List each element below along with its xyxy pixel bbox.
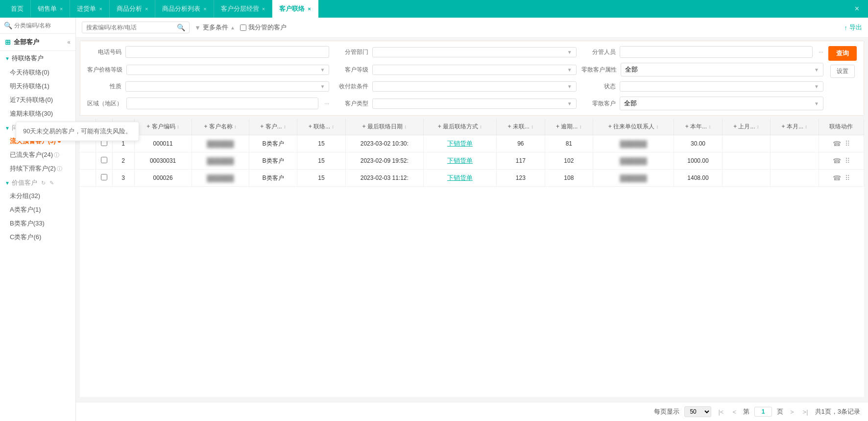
- customer-type-dropdown-icon: ▼: [567, 101, 572, 106]
- cell-type-2: B类客户: [249, 170, 297, 187]
- tab-customer-tier[interactable]: 客户分层经营 ×: [214, 0, 272, 18]
- row-checkbox-1[interactable]: [101, 157, 107, 163]
- tab-analysis-list-close[interactable]: ×: [203, 6, 206, 12]
- th-unlink[interactable]: + 未联... ↕: [497, 119, 545, 135]
- manager-more-icon[interactable]: ···: [819, 49, 823, 55]
- filter-input-phone[interactable]: [125, 46, 329, 58]
- cell-this-year-0: 30.00: [674, 135, 722, 152]
- filter-select-scatter-attr[interactable]: 全部 ▼: [621, 63, 823, 76]
- action-contact-icon-1[interactable]: ☎: [833, 157, 841, 165]
- query-button[interactable]: 查询: [828, 46, 857, 61]
- my-customers-checkbox-wrap[interactable]: 我分管的客户: [240, 23, 287, 32]
- prev-page-button[interactable]: <: [730, 407, 738, 417]
- th-last-month[interactable]: + 上月... ↕: [722, 119, 770, 135]
- tab-analysis[interactable]: 商品分析 ×: [110, 0, 155, 18]
- table-row: 1 000011 ██████ B类客户 15 2023-03-02 10:30…: [80, 135, 864, 152]
- action-contact-icon-2[interactable]: ☎: [833, 174, 841, 182]
- filter-select-scatter[interactable]: 全部 ▼: [620, 97, 823, 110]
- tab-analysis-list[interactable]: 商品分析列表 ×: [155, 0, 214, 18]
- th-overdue[interactable]: + 逾期... ↕: [545, 119, 593, 135]
- sidebar-item-churned[interactable]: 已流失客户(24) ⓘ: [0, 148, 75, 162]
- cell-last-method-1[interactable]: 下销货单: [423, 152, 496, 170]
- filter-row-4: 区域（地区） ··· 客户类型 ▼ 零散客户: [87, 97, 823, 110]
- action-contact-icon-0[interactable]: ☎: [833, 140, 841, 148]
- action-more-icon-1[interactable]: ⠿: [845, 157, 850, 165]
- last-page-button[interactable]: >|: [801, 407, 810, 417]
- last-method-link-0[interactable]: 下销货单: [447, 140, 473, 147]
- sidebar-item-class-c[interactable]: C类客户(6): [0, 230, 75, 244]
- filter-select-nature[interactable]: ▼: [125, 81, 329, 92]
- sidebar-section-value[interactable]: ▼ 价值客户 ↻ ✎: [0, 175, 75, 189]
- per-page-select[interactable]: 50 100 200: [684, 406, 711, 417]
- th-last-method[interactable]: + 最后联络方式 ↕: [423, 119, 496, 135]
- region-more-icon[interactable]: ···: [324, 100, 329, 107]
- table-row: 3 000026 ██████ B类客户 15 2023-02-03 11:12…: [80, 170, 864, 187]
- tab-customer-contact[interactable]: 客户联络 ×: [272, 0, 318, 18]
- sidebar-item-class-b[interactable]: B类客户(33): [0, 217, 75, 230]
- sidebar-item-tomorrow[interactable]: 明天待联络(1): [0, 79, 75, 93]
- tab-purchase-close[interactable]: ×: [99, 6, 102, 12]
- cell-last-method-0[interactable]: 下销货单: [423, 135, 496, 152]
- action-more-icon-2[interactable]: ⠿: [845, 174, 850, 182]
- tab-sales-close[interactable]: ×: [60, 6, 63, 12]
- tab-customer-tier-close[interactable]: ×: [262, 6, 265, 12]
- current-page-input[interactable]: [754, 407, 772, 417]
- sidebar-item-class-b-label: B类客户(33): [10, 219, 45, 228]
- cell-checkbox-2[interactable]: [96, 170, 112, 187]
- my-customers-checkbox[interactable]: [240, 25, 246, 31]
- more-filter-button[interactable]: ▼ 更多条件 ▲: [194, 23, 235, 32]
- export-button[interactable]: ↑ 导出: [844, 23, 863, 32]
- filter-select-payment[interactable]: ▼: [372, 81, 576, 92]
- filter-select-price-grade[interactable]: ▼: [126, 65, 329, 75]
- next-page-button[interactable]: >: [788, 407, 796, 417]
- th-this-year[interactable]: + 本年... ↕: [674, 119, 722, 135]
- tab-purchase[interactable]: 进货单 ×: [70, 0, 109, 18]
- th-contact-person[interactable]: + 往来单位联系人 ↕: [593, 119, 674, 135]
- th-contact[interactable]: + 联络... ↕: [297, 119, 345, 135]
- cell-last-date-1: 2023-02-09 19:52:: [345, 152, 423, 170]
- tab-analysis-close[interactable]: ×: [145, 6, 148, 12]
- row-checkbox-2[interactable]: [101, 174, 107, 180]
- tab-sales[interactable]: 销售单 ×: [31, 0, 70, 18]
- search-input[interactable]: [86, 24, 175, 31]
- th-last-date[interactable]: + 最后联络日期 ↕: [345, 119, 423, 135]
- filter-select-grade[interactable]: ▼: [372, 65, 576, 75]
- filter-select-customer-type[interactable]: ▼: [372, 99, 576, 109]
- value-refresh-icon[interactable]: ↻: [41, 180, 46, 186]
- cell-action-0: ☎ ⠿: [819, 135, 864, 152]
- last-method-link-1[interactable]: 下销货单: [447, 157, 473, 164]
- cell-checkbox-1[interactable]: [96, 152, 112, 170]
- close-all-tabs-button[interactable]: ×: [850, 4, 864, 13]
- setting-button[interactable]: 设置: [830, 65, 855, 78]
- cell-last-method-2[interactable]: 下销货单: [423, 170, 496, 187]
- sidebar-item-week[interactable]: 近7天待联络(0): [0, 93, 75, 107]
- last-method-link-2[interactable]: 下销货单: [447, 174, 473, 181]
- sidebar-item-overdue[interactable]: 逾期未联络(30): [0, 107, 75, 121]
- tab-home[interactable]: 首页: [4, 0, 31, 18]
- th-this-month[interactable]: + 本月... ↕: [771, 119, 819, 135]
- sidebar-item-class-a[interactable]: A类客户(1): [0, 203, 75, 217]
- filter-input-manager[interactable]: [620, 46, 813, 58]
- value-edit-icon[interactable]: ✎: [49, 180, 54, 186]
- tab-customer-contact-close[interactable]: ×: [308, 6, 311, 12]
- content-area: 🔍 ▼ 更多条件 ▲ 我分管的客户 ↑ 导出: [76, 18, 868, 421]
- sidebar-item-today[interactable]: 今天待联络(0): [0, 66, 75, 79]
- filter-select-dept[interactable]: ▼: [372, 47, 576, 57]
- collapse-icon[interactable]: «: [67, 39, 71, 46]
- filter-input-region[interactable]: [126, 98, 318, 109]
- filter-select-status[interactable]: ▼: [620, 81, 823, 92]
- cell-action-2: ☎ ⠿: [819, 170, 864, 187]
- th-name[interactable]: + 客户名称 ↕: [192, 119, 249, 135]
- sidebar-all-customers[interactable]: ⊞ 全部客户 «: [0, 34, 75, 51]
- th-code[interactable]: + 客户编码 ↕: [134, 119, 192, 135]
- action-more-icon-0[interactable]: ⠿: [845, 140, 850, 148]
- sidebar-search: 🔍: [0, 18, 75, 34]
- first-page-button[interactable]: |<: [716, 407, 725, 417]
- sidebar-item-declining[interactable]: 持续下滑客户(2) ⓘ: [0, 162, 75, 175]
- search-icon[interactable]: 🔍: [177, 24, 185, 31]
- horizontal-scrollbar[interactable]: [80, 397, 864, 402]
- sidebar-search-input[interactable]: [14, 22, 72, 29]
- sidebar-section-pending[interactable]: ▼ 待联络客户: [0, 51, 75, 66]
- th-type[interactable]: + 客户... ↕: [249, 119, 297, 135]
- sidebar-item-ungroup[interactable]: 未分组(32): [0, 189, 75, 203]
